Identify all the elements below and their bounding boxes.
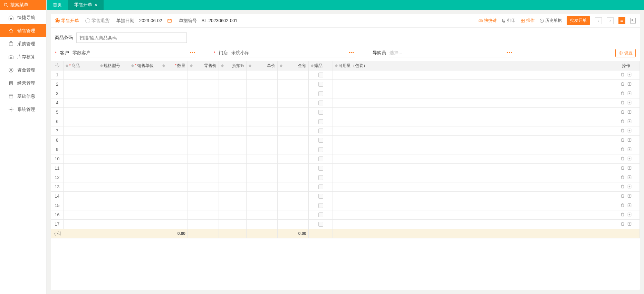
delete-icon[interactable] xyxy=(620,100,625,105)
cell-amount[interactable] xyxy=(278,220,309,229)
cell-gift[interactable] xyxy=(309,89,333,98)
cell-retail-price[interactable] xyxy=(188,126,219,136)
cell-unit[interactable] xyxy=(129,80,160,89)
cell-product[interactable] xyxy=(64,201,98,210)
cell-retail-price[interactable] xyxy=(188,80,219,89)
cell-discount[interactable] xyxy=(219,80,247,89)
cell-product[interactable] xyxy=(64,98,98,108)
cell-product[interactable] xyxy=(64,108,98,117)
cell-discount[interactable] xyxy=(219,70,247,80)
cell-unit-price[interactable] xyxy=(247,145,278,154)
table-row[interactable]: 13 xyxy=(51,182,640,192)
th-discount[interactable]: 折扣% xyxy=(219,61,247,70)
cell-product[interactable] xyxy=(64,154,98,164)
cell-unit[interactable] xyxy=(129,126,160,136)
cell-discount[interactable] xyxy=(219,164,247,173)
print-button[interactable]: 打印 xyxy=(501,18,516,23)
cell-qty[interactable] xyxy=(160,136,188,145)
gift-checkbox[interactable] xyxy=(318,157,323,161)
cell-gift[interactable] xyxy=(309,182,333,192)
cell-retail-price[interactable] xyxy=(188,108,219,117)
guide-select[interactable]: 选择... ••• xyxy=(389,48,513,57)
cell-retail-price[interactable] xyxy=(188,154,219,164)
delete-icon[interactable] xyxy=(620,137,625,142)
delete-icon[interactable] xyxy=(620,110,625,114)
gift-checkbox[interactable] xyxy=(318,138,323,143)
add-row-icon[interactable] xyxy=(627,165,632,170)
cell-qty[interactable] xyxy=(160,108,188,117)
gift-checkbox[interactable] xyxy=(318,129,323,133)
delete-icon[interactable] xyxy=(620,156,625,161)
customer-select[interactable]: 零散客户 ••• xyxy=(72,48,196,57)
barcode-input[interactable] xyxy=(76,32,187,43)
cell-qty[interactable] xyxy=(160,201,188,210)
table-row[interactable]: 8 xyxy=(51,136,640,145)
cell-spec[interactable] xyxy=(98,136,129,145)
cell-gift[interactable] xyxy=(309,164,333,173)
cell-gift[interactable] xyxy=(309,136,333,145)
cell-retail-price[interactable] xyxy=(188,201,219,210)
cell-gift[interactable] xyxy=(309,145,333,154)
gift-checkbox[interactable] xyxy=(318,194,323,199)
cell-spec[interactable] xyxy=(98,210,129,220)
table-row[interactable]: 14 xyxy=(51,192,640,201)
cell-unit-price[interactable] xyxy=(247,89,278,98)
cell-unit[interactable] xyxy=(129,192,160,201)
cell-amount[interactable] xyxy=(278,173,309,182)
next-button[interactable] xyxy=(607,17,614,24)
cell-discount[interactable] xyxy=(219,89,247,98)
cell-qty[interactable] xyxy=(160,182,188,192)
cell-unit-price[interactable] xyxy=(247,154,278,164)
add-row-icon[interactable] xyxy=(627,212,632,217)
th-qty[interactable]: *数量 xyxy=(160,61,188,70)
cell-amount[interactable] xyxy=(278,117,309,126)
cell-retail-price[interactable] xyxy=(188,117,219,126)
gift-checkbox[interactable] xyxy=(318,110,323,115)
cell-spec[interactable] xyxy=(98,220,129,229)
add-row-icon[interactable] xyxy=(627,137,632,142)
add-row-icon[interactable] xyxy=(627,221,632,226)
cell-discount[interactable] xyxy=(219,201,247,210)
delete-icon[interactable] xyxy=(620,82,625,86)
cell-unit-price[interactable] xyxy=(247,126,278,136)
table-row[interactable]: 17 xyxy=(51,220,640,229)
add-row-icon[interactable] xyxy=(627,119,632,124)
gift-checkbox[interactable] xyxy=(318,147,323,152)
delete-icon[interactable] xyxy=(620,212,625,217)
cell-gift[interactable] xyxy=(309,117,333,126)
cell-amount[interactable] xyxy=(278,154,309,164)
cell-discount[interactable] xyxy=(219,173,247,182)
th-amount[interactable]: 金额 xyxy=(278,61,309,70)
cell-discount[interactable] xyxy=(219,108,247,117)
cell-amount[interactable] xyxy=(278,192,309,201)
more-icon[interactable]: ••• xyxy=(190,50,195,55)
delete-icon[interactable] xyxy=(620,193,625,198)
cell-unit[interactable] xyxy=(129,89,160,98)
expand-button[interactable] xyxy=(630,18,636,23)
table-row[interactable]: 9 xyxy=(51,145,640,154)
gift-checkbox[interactable] xyxy=(318,91,323,96)
doc-date-value[interactable]: 2023-06-02 xyxy=(139,18,162,23)
delete-icon[interactable] xyxy=(620,147,625,152)
add-row-icon[interactable] xyxy=(627,184,632,189)
cell-amount[interactable] xyxy=(278,98,309,108)
cell-unit-price[interactable] xyxy=(247,220,278,229)
cell-gift[interactable] xyxy=(309,192,333,201)
cell-product[interactable] xyxy=(64,136,98,145)
cell-amount[interactable] xyxy=(278,210,309,220)
cell-gift[interactable] xyxy=(309,154,333,164)
cell-spec[interactable] xyxy=(98,192,129,201)
delete-icon[interactable] xyxy=(620,72,625,77)
cell-unit[interactable] xyxy=(129,210,160,220)
cell-gift[interactable] xyxy=(309,108,333,117)
gift-checkbox[interactable] xyxy=(318,212,323,217)
th-available[interactable]: 可用量（包装） xyxy=(333,61,612,70)
cell-unit[interactable] xyxy=(129,201,160,210)
cell-discount[interactable] xyxy=(219,210,247,220)
cell-discount[interactable] xyxy=(219,98,247,108)
cell-amount[interactable] xyxy=(278,80,309,89)
cell-gift[interactable] xyxy=(309,80,333,89)
batch-order-button[interactable]: 批发开单 xyxy=(567,16,590,25)
cell-amount[interactable] xyxy=(278,126,309,136)
add-row-icon[interactable] xyxy=(627,147,632,152)
